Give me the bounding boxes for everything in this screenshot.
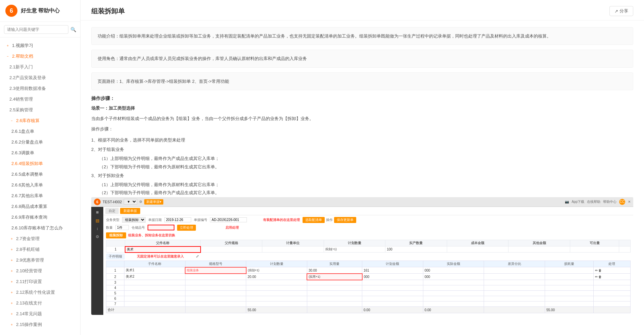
sidebar-item-v2_14[interactable]: ＋2.14常见问题	[0, 309, 80, 319]
sidebar-item-v2_3[interactable]: 2.3使用前数据准备	[0, 83, 80, 94]
nav-item-label: 2.7资金管理	[16, 236, 40, 242]
scene1-steps-label: 操作步骤：	[91, 125, 633, 133]
mock-field-type-label: 业务类型	[106, 218, 119, 222]
mock-type-select[interactable]: 组装拆卸	[122, 217, 146, 223]
page-title: 组装拆卸单	[91, 7, 125, 16]
sidebar-item-v2_6_6[interactable]: 2.6.6其他入库单	[0, 180, 80, 190]
scene1-title: 场景一：加工类型选择	[91, 104, 633, 113]
step-item-5: （1）上部明细为父件明细，最终作为原材料生成其它出库单；	[91, 181, 633, 189]
logo-icon: 6	[5, 5, 17, 17]
nav-item-label: 2.6.7其他出库单	[11, 193, 43, 199]
mock-date-input[interactable]	[164, 217, 191, 222]
mock-row2-del[interactable]: 🗑	[598, 275, 602, 279]
mock-titlebar: 6 TEST-H002 ▼ ⚙ 新建单据▾ 📷 App下载 在线帮助 帮助中心 …	[91, 197, 633, 207]
mock-qty-input[interactable]	[115, 225, 129, 230]
sidebar-item-v2_6[interactable]: －2.6库存核算	[0, 115, 80, 126]
mock-main-body: 自定 新建单据 业务类型 组装拆卸 单据日期 单据编号 有装配清单的在这里处理 …	[103, 207, 633, 315]
nav-item-label: 2.6.3调拨单	[11, 150, 34, 156]
mock-form-area: 业务类型 组装拆卸 单据日期 单据编号 有装配清单的在这里处理 选取配清单 操作…	[103, 215, 633, 315]
mock-lower-row-7: 7	[106, 301, 631, 307]
nav-item-label: 2.6.1盘点单	[11, 128, 34, 134]
sidebar-item-v2_6_1[interactable]: 2.6.1盘点单	[0, 126, 80, 137]
sidebar-item-v2_2[interactable]: 2.2产品安装及登录	[0, 72, 80, 83]
sidebar-item-v2[interactable]: －2.帮助文档	[0, 51, 80, 62]
sidebar-item-v2_11[interactable]: ＋2.11打印设置	[0, 276, 80, 287]
mock-company-select[interactable]: ▼	[124, 199, 137, 205]
step-item-0: 1、根据不同的业务，选择不同单据的类型来处理	[91, 136, 633, 145]
steps-block: 1、根据不同的业务，选择不同单据的类型来处理2、对于组装业务（1）上部明细为父件…	[91, 136, 633, 197]
sidebar-item-v2_6_3[interactable]: 2.6.3调拨单	[0, 148, 80, 158]
mock-no-input[interactable]	[210, 217, 247, 222]
sidebar-item-v2_6_5[interactable]: 2.6.5成本调整单	[0, 169, 80, 180]
sidebar-item-v2_5[interactable]: 2.5采购管理	[0, 105, 80, 115]
search-icon[interactable]: 🔍	[70, 27, 76, 32]
mock-ann3-text: 启用处理	[225, 225, 239, 230]
mock-user-avatar: CC	[619, 199, 625, 205]
share-label: 分享	[620, 8, 628, 14]
mock-tab-custom[interactable]: 自定	[105, 208, 119, 214]
search-input[interactable]	[4, 25, 68, 34]
sidebar-item-v2_6_2[interactable]: 2.6.2分量盘点单	[0, 137, 80, 148]
share-button[interactable]: ↗ 分享	[609, 6, 633, 16]
sidebar-item-v2_1[interactable]: 2.1新手入门	[0, 62, 80, 72]
sidebar-item-v2_7[interactable]: ＋2.7资金管理	[0, 233, 80, 244]
nav-item-label: 2.6.6其他入库单	[11, 182, 43, 188]
mock-row2-edit[interactable]: ✏	[595, 275, 598, 279]
info-block-path: 页面路径：1、库存核算->库存管理->组装拆卸单 2、首页->常用功能	[91, 72, 633, 90]
sidebar-item-v2_10[interactable]: ＋2.10经营管理	[0, 266, 80, 276]
nav-item-label: 2.8手机旺铺	[16, 246, 40, 253]
mock-save-btn[interactable]: 保存更新单	[334, 217, 356, 223]
mock-nav-icon3[interactable]: ↕	[96, 226, 98, 231]
mock-expand-icon[interactable]: ⤢	[196, 254, 199, 259]
mock-lower-row-6: 6	[106, 296, 631, 301]
sidebar-item-v2_6_4[interactable]: 2.6.4组装拆卸单	[0, 158, 80, 169]
sidebar-item-v2_8[interactable]: ＋2.8手机旺铺	[0, 244, 80, 255]
mock-select-list-btn[interactable]: 选取配清单	[303, 217, 325, 223]
mock-warehouse-input[interactable]	[148, 225, 174, 230]
mock-new-doc-btn[interactable]: 新建单据▾	[144, 199, 163, 205]
mock-tab-new[interactable]: 新建单据	[120, 208, 140, 214]
mock-lower-table: 子件名称 规格型号 计划数量 实用量 计划金额 实际金额 差异分比 损耗量 处理…	[106, 261, 631, 314]
sidebar-item-v2_12[interactable]: ＋2.12系统个性化设置	[0, 287, 80, 298]
expand-plus-icon: ＋	[9, 301, 14, 305]
expand-plus-icon: ＋	[9, 258, 14, 263]
mock-lower-row-1: 1 美术1 组装业务 (拟划+1) 30.00 161 000 ✏ 🗑	[106, 267, 631, 274]
expand-plus-icon: ＋	[9, 279, 14, 284]
mock-section-tab[interactable]: 组装拆卸	[106, 232, 126, 238]
sidebar-item-v2_6_10[interactable]: 2.6.10库存账本错了怎么办	[0, 223, 80, 233]
sidebar-item-v2_6_9[interactable]: 2.6.9库存账本查询	[0, 212, 80, 223]
mock-cell-input-name[interactable]	[127, 248, 144, 252]
mock-lower-row-4: 4	[106, 285, 631, 291]
sidebar-item-v2_4[interactable]: 2.4销售管理	[0, 94, 80, 105]
mock-row1-edit[interactable]: ✏	[595, 269, 598, 272]
mock-title-right: 📷 App下载 在线帮助 帮助中心 CC ✕	[565, 199, 631, 205]
mock-date-label: 单据日期	[148, 218, 162, 222]
scene1-desc: 当由多个子件材料组装成一个成品的业务为【组装】业务，当由一个父件拆分成多个子产品…	[91, 115, 633, 123]
mock-tabs: 自定 新建单据	[103, 207, 633, 215]
info-block-function: 功能介绍：组装拆卸单用来处理企业组装或拆卸等加工业务，支持有固定装配清单的产品加…	[91, 27, 633, 45]
mock-upper-table: 父件名称 父件规格 计量单位 计划数量 实产数量 成本金额 其他金额 可出量 1	[106, 240, 631, 253]
share-icon: ↗	[614, 9, 618, 14]
nav-item-label: 2.13在线支付	[16, 300, 42, 306]
sidebar-item-v2_15[interactable]: ＋2.15操作案例	[0, 319, 80, 330]
sidebar-item-v2_6_8[interactable]: 2.6.8商品成本重算	[0, 201, 80, 212]
content-area: 功能介绍：组装拆卸单用来处理企业组装或拆卸等加工业务，支持有固定装配清单的产品加…	[80, 20, 644, 335]
mock-title-left: 6 TEST-H002 ▼ ⚙ 新建单据▾	[94, 199, 163, 205]
main-header: 组装拆卸单 ↗ 分享	[80, 0, 644, 20]
sidebar-item-v1[interactable]: ＋1.视频学习	[0, 40, 80, 51]
mock-lower-tab[interactable]: 子件明细	[106, 254, 125, 260]
sidebar-item-v2_13[interactable]: ＋2.13在线支付	[0, 298, 80, 309]
mock-nav-icon1[interactable]: ≡	[96, 210, 99, 215]
mock-badge-help: 在线帮助	[587, 200, 600, 204]
mock-close-icon[interactable]: ✕	[628, 200, 631, 204]
mock-process-btn[interactable]: 立即处理	[177, 225, 196, 231]
sidebar-item-v2_9[interactable]: ＋2.9优惠券管理	[0, 255, 80, 266]
mock-btn-sep: 操作	[326, 218, 333, 222]
nav-list: ＋1.视频学习－2.帮助文档2.1新手入门2.2产品安装及登录2.3使用前数据准…	[0, 38, 80, 335]
expand-plus-icon: ＋	[9, 269, 14, 273]
mock-qty-label: 数量	[106, 225, 113, 230]
sidebar-item-v2_6_7[interactable]: 2.6.7其他出库单	[0, 190, 80, 201]
mock-row1-del[interactable]: 🗑	[598, 269, 602, 272]
mock-nav-icon2[interactable]: ▤	[96, 218, 99, 223]
mock-nav-icon4[interactable]: ⚙	[96, 234, 99, 239]
